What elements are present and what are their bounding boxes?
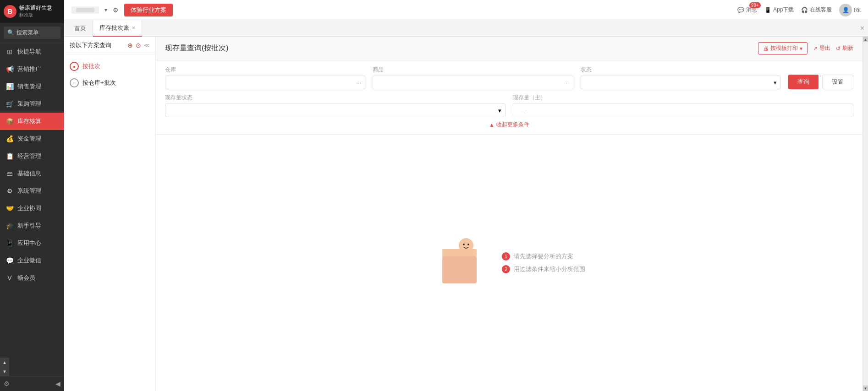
app-download-label: App下载: [773, 6, 794, 14]
sidebar-scroll-up[interactable]: ▲: [0, 358, 9, 367]
sidebar-label-member: 畅会员: [17, 274, 35, 282]
user-info[interactable]: 👤 Rit: [839, 4, 861, 16]
scrollbar-down[interactable]: ▼: [863, 386, 868, 391]
sidebar-label-finance: 资金管理: [17, 135, 41, 143]
refresh-button[interactable]: ↺ 刷新: [836, 44, 853, 52]
tab-batch-label: 库存批次账: [99, 24, 129, 32]
sidebar-item-inventory[interactable]: 📦 库存核算: [0, 113, 64, 130]
sidebar-item-member[interactable]: V 畅会员: [0, 269, 64, 287]
left-panel: 按以下方案查询 ⊕ ⊙ ≪ ● 按批次 ○ 按仓库+批次: [64, 37, 156, 391]
stock-status-dropdown: ▾: [498, 107, 501, 114]
add-scheme-button[interactable]: ⊕: [127, 42, 133, 49]
sidebar-scroll-down[interactable]: ▼: [0, 367, 9, 376]
export-label: 导出: [819, 44, 830, 52]
svg-point-5: [463, 244, 465, 245]
filter-settings-button[interactable]: 设置: [822, 75, 853, 89]
scheme-active-icon: ●: [70, 62, 79, 71]
svg-rect-0: [442, 256, 477, 283]
status-input[interactable]: ▾: [581, 76, 781, 89]
sidebar-label-inventory: 库存核算: [17, 117, 41, 125]
app-company: 畅康通好生意: [19, 5, 52, 12]
stock-status-group: 现存量状态 ▾: [165, 94, 505, 117]
sidebar-label-system: 系统管理: [17, 187, 41, 195]
scheme-warehouse-batch-label: 按仓库+批次: [82, 79, 116, 87]
export-button[interactable]: ↗ 导出: [813, 44, 830, 52]
sidebar-item-finance[interactable]: 💰 资金管理: [0, 130, 64, 147]
search-menu-button[interactable]: 🔍 搜索菜单: [4, 27, 60, 39]
header-right: 💬 消息 99+ 📱 App下载 🎧 在线客服 👤 Rit: [737, 4, 861, 16]
sidebar-label-guide: 新手引导: [17, 222, 41, 230]
product-dots[interactable]: ···: [564, 79, 569, 86]
sidebar-item-purchase[interactable]: 🛒 采购管理: [0, 95, 64, 113]
breadcrumb-dropdown[interactable]: ▾: [104, 7, 107, 13]
breadcrumb-text: [76, 8, 94, 12]
warehouse-dots[interactable]: ···: [356, 79, 361, 86]
collapse-more[interactable]: ▲ 收起更多条件: [165, 121, 853, 129]
status-filter-group: 状态 ▾: [581, 66, 781, 89]
sidebar-footer: ⚙ ◀: [0, 376, 64, 391]
guide-icon: 🎓: [5, 222, 14, 230]
sidebar: B 畅康通好生意 标准版 🔍 搜索菜单 ⊞ 快捷导航 📢 营销推广 📊 销售管理…: [0, 0, 64, 391]
product-label: 商品: [373, 66, 573, 74]
hint-2-num: 2: [502, 265, 510, 273]
sidebar-item-system[interactable]: ⚙ 系统管理: [0, 182, 64, 200]
close-panel-button[interactable]: ×: [860, 24, 864, 33]
filter-row-1: 仓库 ··· 商品 ··· 状态: [165, 66, 853, 89]
app-edition: 标准版: [19, 12, 52, 18]
stock-qty-range[interactable]: —: [513, 103, 853, 117]
sidebar-item-marketing[interactable]: 📢 营销推广: [0, 60, 64, 78]
sidebar-item-basic[interactable]: 🗃 基础信息: [0, 165, 64, 182]
refresh-label: 刷新: [842, 44, 853, 52]
sidebar-label-shortcut: 快捷导航: [17, 48, 41, 56]
left-panel-actions: ⊕ ⊙ ≪: [127, 42, 150, 49]
sidebar-label-basic: 基础信息: [17, 169, 41, 178]
product-input[interactable]: ···: [373, 76, 573, 89]
header-left: ▾ ⚙ 体验行业方案: [71, 4, 173, 16]
member-icon: V: [5, 274, 14, 282]
sidebar-item-apps[interactable]: 📱 应用中心: [0, 234, 64, 252]
inventory-icon: 📦: [5, 117, 14, 125]
messages-action[interactable]: 💬 消息 99+: [737, 6, 757, 14]
marketing-icon: 📢: [5, 65, 14, 73]
empty-hint-1: 1 请先选择要分析的方案: [502, 252, 585, 261]
header-gear-button[interactable]: ⚙: [113, 6, 119, 14]
print-icon: 🖨: [763, 45, 769, 52]
sidebar-item-sales[interactable]: 📊 销售管理: [0, 78, 64, 95]
status-label: 状态: [581, 66, 781, 74]
collapse-left-button[interactable]: ≪: [144, 42, 150, 49]
query-button[interactable]: 查询: [788, 75, 819, 89]
filter-row-2: 现存量状态 ▾ 现存量（主） —: [165, 94, 853, 117]
sidebar-item-operations[interactable]: 📋 经营管理: [0, 147, 64, 165]
sidebar-item-enterprise[interactable]: 🤝 企业协同: [0, 200, 64, 217]
sidebar-item-guide[interactable]: 🎓 新手引导: [0, 217, 64, 234]
breadcrumb: [71, 6, 99, 14]
empty-hints: 1 请先选择要分析的方案 2 用过滤条件来缩小分析范围: [502, 252, 585, 273]
scheme-settings-button[interactable]: ⊙: [136, 42, 141, 49]
app-download-action[interactable]: 📱 App下载: [764, 6, 794, 14]
tab-batch-account[interactable]: 库存批次账 ×: [93, 20, 142, 37]
page-header: 现存量查询(按批次) 🖨 按模板打印 ▾ ↗ 导出 ↺ 刷新: [156, 37, 863, 60]
status-dropdown-icon: ▾: [774, 79, 777, 86]
main-area: ▾ ⚙ 体验行业方案 💬 消息 99+ 📱 App下载 🎧 在线客服 👤 Rit: [64, 0, 868, 391]
print-button[interactable]: 🖨 按模板打印 ▾: [758, 42, 808, 54]
settings-button[interactable]: ⚙: [4, 380, 10, 387]
experience-btn[interactable]: 体验行业方案: [124, 4, 173, 16]
app-icon: 📱: [764, 7, 771, 13]
tab-close-button[interactable]: ×: [132, 25, 135, 31]
sidebar-label-apps: 应用中心: [17, 239, 41, 247]
scheme-item-warehouse-batch[interactable]: ○ 按仓库+批次: [64, 75, 155, 91]
online-service-action[interactable]: 🎧 在线客服: [801, 6, 832, 14]
print-dropdown-icon: ▾: [800, 45, 802, 52]
sidebar-item-wechat[interactable]: 💬 企业微信: [0, 252, 64, 269]
scheme-item-batch[interactable]: ● 按批次: [64, 58, 155, 75]
filter-area: 仓库 ··· 商品 ··· 状态: [156, 60, 863, 135]
tabs-right: ×: [860, 24, 864, 33]
svg-point-6: [467, 244, 469, 245]
tab-home[interactable]: 首页: [68, 20, 93, 37]
collapse-sidebar-button[interactable]: ◀: [55, 380, 60, 387]
app-info: 畅康通好生意 标准版: [19, 5, 52, 18]
scrollbar-up[interactable]: ▲: [863, 37, 868, 42]
stock-status-select[interactable]: ▾: [165, 103, 505, 117]
sidebar-item-shortcut[interactable]: ⊞ 快捷导航: [0, 43, 64, 60]
warehouse-input[interactable]: ···: [165, 76, 365, 89]
